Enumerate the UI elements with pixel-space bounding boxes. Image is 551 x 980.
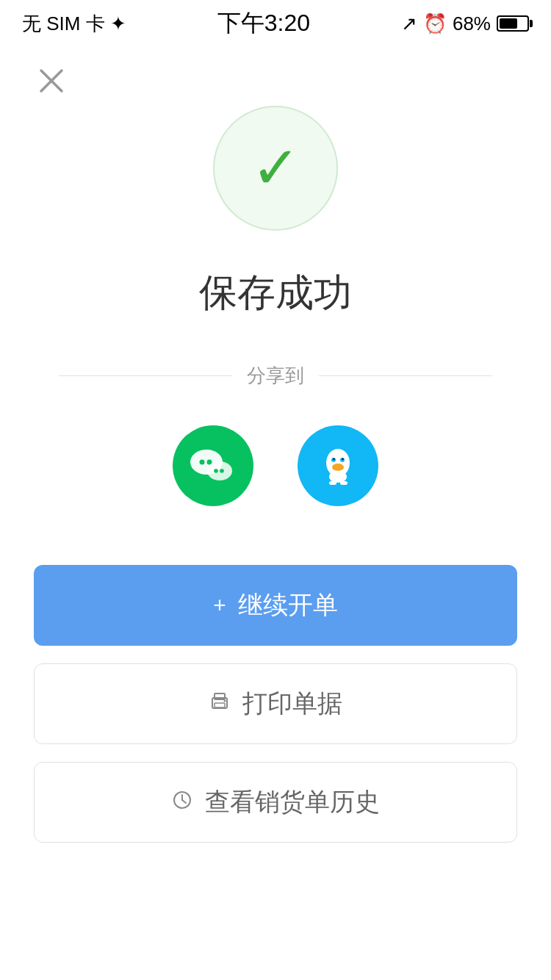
divider-left xyxy=(59,375,232,376)
success-title: 保存成功 xyxy=(199,267,352,319)
svg-rect-21 xyxy=(215,703,225,707)
svg-point-13 xyxy=(333,458,334,459)
svg-point-6 xyxy=(214,469,218,473)
success-circle: ✓ xyxy=(213,106,338,231)
location-icon: ↗ xyxy=(401,12,417,35)
continue-order-label: 继续开单 xyxy=(238,588,338,622)
battery-icon xyxy=(497,15,529,32)
status-right: ↗ ⏰ 68% xyxy=(401,12,529,35)
svg-rect-18 xyxy=(340,481,347,485)
status-bar: 无 SIM 卡 ✦ 下午3:20 ↗ ⏰ 68% xyxy=(0,0,551,47)
svg-point-22 xyxy=(224,699,226,702)
svg-point-15 xyxy=(332,464,344,471)
close-button[interactable] xyxy=(29,59,73,103)
qq-icon xyxy=(314,442,362,490)
status-left: 无 SIM 卡 ✦ xyxy=(22,11,126,37)
plus-icon: + xyxy=(213,593,226,618)
actions: + 继续开单 打印单据 xyxy=(0,565,551,843)
svg-point-16 xyxy=(329,471,347,483)
share-icons xyxy=(173,425,378,506)
svg-point-7 xyxy=(220,469,224,473)
battery-percent: 68% xyxy=(453,12,491,35)
status-time: 下午3:20 xyxy=(217,7,310,40)
checkmark-icon: ✓ xyxy=(251,139,300,198)
svg-point-3 xyxy=(200,460,205,465)
wechat-icon xyxy=(187,440,239,491)
share-label: 分享到 xyxy=(232,363,319,389)
qq-share-button[interactable] xyxy=(298,425,378,506)
print-icon xyxy=(209,691,231,718)
share-divider: 分享到 xyxy=(0,363,551,389)
continue-order-button[interactable]: + 继续开单 xyxy=(34,565,517,646)
svg-line-25 xyxy=(182,800,186,803)
history-button[interactable]: 查看销货单历史 xyxy=(34,762,517,843)
svg-point-4 xyxy=(207,460,212,465)
svg-point-5 xyxy=(207,461,232,480)
print-button[interactable]: 打印单据 xyxy=(34,663,517,744)
close-icon xyxy=(38,68,65,94)
print-label: 打印单据 xyxy=(242,687,342,721)
svg-rect-17 xyxy=(329,481,336,485)
history-icon xyxy=(171,789,193,816)
sim-status: 无 SIM 卡 ✦ xyxy=(22,11,126,37)
main-content: ✓ 保存成功 分享到 xyxy=(0,47,551,843)
divider-right xyxy=(319,375,492,376)
wechat-share-button[interactable] xyxy=(173,425,253,506)
history-label: 查看销货单历史 xyxy=(205,785,380,819)
svg-point-14 xyxy=(342,458,343,459)
alarm-icon: ⏰ xyxy=(423,12,447,35)
battery-fill xyxy=(500,18,517,29)
